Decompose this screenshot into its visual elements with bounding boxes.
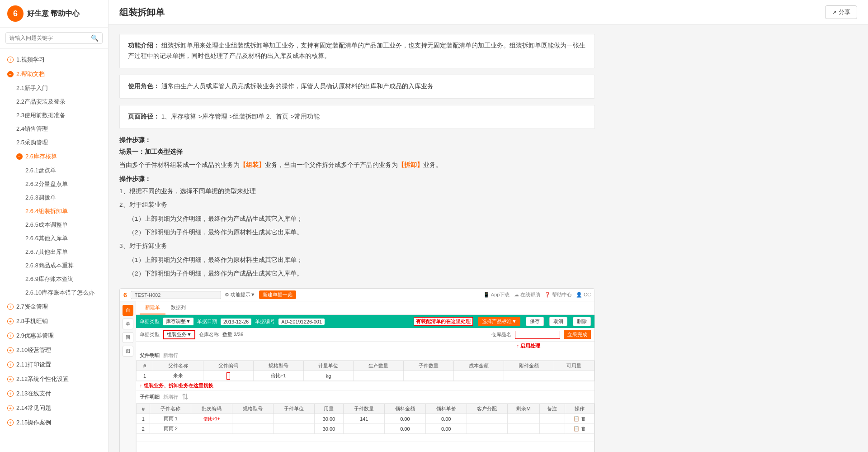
sidebar-item-28[interactable]: + 2.8手机旺铺 bbox=[0, 314, 108, 328]
step2-1: （1）上部明细为父件明细，最终作为产成品生成其它入库单； bbox=[119, 214, 595, 224]
sidebar-item-269[interactable]: 2.6.9库存账本查询 bbox=[0, 272, 108, 286]
td-c1-pick-amt: 0.00 bbox=[385, 414, 426, 424]
nav-icon3: 同 bbox=[123, 332, 133, 343]
th-c-qty: 子件数量 bbox=[344, 404, 385, 414]
sidebar-item-210[interactable]: + 2.10经营管理 bbox=[0, 343, 108, 357]
form-label-2: 仓库名称 bbox=[199, 331, 219, 338]
annotated-val: 倍比÷1+ bbox=[203, 416, 220, 421]
td-cost-amt bbox=[453, 371, 504, 381]
section-child-label: 子件明细 bbox=[140, 394, 160, 400]
td-c2-name: 雨雨 2 bbox=[150, 424, 191, 434]
td-c2-remark bbox=[539, 424, 565, 434]
new-doc-btn[interactable]: 新建单据一览 bbox=[259, 290, 296, 299]
form-label-1: 单据类型 bbox=[140, 331, 160, 338]
sidebar-item-214[interactable]: + 2.14常见问题 bbox=[0, 401, 108, 415]
save-btn[interactable]: 保存 bbox=[526, 317, 544, 326]
annotated-input[interactable] bbox=[226, 372, 230, 380]
parent-table-row: 1 米米 倍比÷1 kg bbox=[137, 371, 594, 381]
hb-type-value: 库存调整▼ bbox=[163, 318, 193, 325]
td-produce-qty bbox=[354, 371, 404, 381]
td-c2-spec bbox=[232, 424, 274, 434]
screenshot-form-area: 新建单 数据列 单据类型 库存调整▼ 单据日期 2019-12-26 单据编号 … bbox=[136, 301, 594, 452]
expand-icon: + bbox=[7, 405, 14, 411]
th-cost-amt: 成本金额 bbox=[453, 361, 504, 371]
section-child-sub: 新增行 bbox=[163, 394, 178, 400]
page-title: 组装拆卸单 bbox=[119, 6, 165, 19]
ops-steps-sub-label: 操作步骤： bbox=[119, 175, 595, 183]
sidebar-item-2610[interactable]: 2.6.10库存账本错了怎么办 bbox=[0, 286, 108, 300]
process-btn[interactable]: 立采完成 bbox=[564, 330, 591, 339]
delete-btn[interactable]: 删除 bbox=[573, 317, 591, 326]
sidebar-item-label: 2.10经营管理 bbox=[16, 346, 51, 354]
share-button[interactable]: ↗ 分享 bbox=[825, 5, 857, 19]
screenshot-parent-table: # 父件名称 父件编码 规格型号 计量单位 生产数量 子件数量 成本金额 附件金 bbox=[136, 361, 594, 381]
expand-icon: + bbox=[7, 376, 14, 382]
hb-date-value: 2019-12-26 bbox=[221, 319, 251, 325]
sidebar-item-264[interactable]: 2.6.4组装拆卸单 bbox=[0, 205, 108, 218]
sidebar-item-268[interactable]: 2.6.8商品成本重算 bbox=[0, 259, 108, 272]
sidebar-item-265[interactable]: 2.6.5成本调整单 bbox=[0, 218, 108, 232]
td-c1-name: 雨雨 1 bbox=[150, 414, 191, 424]
sidebar-item-22[interactable]: 2.2产品安装及登录 bbox=[0, 95, 108, 109]
role-label: 使用角色： bbox=[128, 83, 160, 90]
sidebar-item-docs[interactable]: − 2.帮助文档 bbox=[0, 67, 108, 81]
expand-icon: + bbox=[7, 347, 14, 353]
main-content: 组装拆卸单 ↗ 分享 功能介绍： 组装拆卸单用来处理企业组装或拆卸等加工业务，支… bbox=[108, 0, 868, 452]
sidebar-item-29[interactable]: + 2.9优惠券管理 bbox=[0, 328, 108, 343]
child-row-4 bbox=[137, 442, 594, 450]
sidebar-item-23[interactable]: 2.3使用前数据准备 bbox=[0, 109, 108, 122]
tab-new[interactable]: 新建单 bbox=[140, 301, 165, 314]
expand-icon: + bbox=[7, 318, 14, 324]
sidebar-item-212[interactable]: + 2.12系统个性化设置 bbox=[0, 372, 108, 386]
sidebar-item-label: 1.视频学习 bbox=[16, 56, 45, 64]
child-row-3 bbox=[137, 434, 594, 442]
td-spec: 倍比÷1 bbox=[253, 371, 303, 381]
sidebar-item-261[interactable]: 2.6.1盘点单 bbox=[0, 164, 108, 177]
th-seq: # bbox=[137, 361, 153, 371]
child-row-5 bbox=[137, 450, 594, 452]
logo-small: 6 bbox=[123, 291, 127, 299]
td-c2-seq: 2 bbox=[137, 424, 150, 434]
sidebar-item-267[interactable]: 2.6.7其他出库单 bbox=[0, 245, 108, 259]
search-input[interactable] bbox=[9, 35, 91, 41]
td-c2-unit bbox=[273, 424, 314, 434]
sidebar-item-24[interactable]: 2.4销售管理 bbox=[0, 122, 108, 136]
func-intro-text: 组装拆卸单用来处理企业组装或拆卸等加工业务，支持有固定装配清单的产品加工业务，也… bbox=[128, 42, 585, 59]
step3-2: （2）下部明细为子件明细，最终作为产成品生成其它入库单。 bbox=[119, 268, 595, 279]
sidebar-item-label: 2.7资金管理 bbox=[16, 303, 48, 311]
td-unit: kg bbox=[303, 371, 354, 381]
sidebar-item-215[interactable]: + 2.15操作案例 bbox=[0, 415, 108, 430]
sidebar-item-263[interactable]: 2.6.3调拨单 bbox=[0, 191, 108, 205]
sidebar-item-213[interactable]: + 2.13在线支付 bbox=[0, 386, 108, 401]
expand-icon: + bbox=[7, 390, 14, 397]
ops-heading: 操作步骤： bbox=[119, 136, 595, 144]
hb-date-label: 单据日期 bbox=[197, 318, 217, 325]
expand-icon: + bbox=[7, 304, 14, 310]
sidebar-item-211[interactable]: + 2.11打印设置 bbox=[0, 357, 108, 372]
warehouse-input[interactable] bbox=[515, 331, 560, 339]
sidebar-item-25[interactable]: 2.5采购管理 bbox=[0, 136, 108, 149]
expand-icon2[interactable]: ⇅ bbox=[182, 392, 189, 402]
tab-list[interactable]: 数据列 bbox=[165, 301, 191, 314]
sidebar-item-26[interactable]: − 2.6库存核算 bbox=[0, 149, 108, 164]
td-c1-use: 30.00 bbox=[314, 414, 344, 424]
cancel-btn[interactable]: 取消 bbox=[549, 317, 567, 326]
screenshot-container: 6 TEST-H002 ⚙ 功能提示▼ 新建单据一览 📱 App下载 ☁ 在线帮… bbox=[119, 288, 595, 452]
sidebar-item-266[interactable]: 2.6.6其他入库单 bbox=[0, 232, 108, 245]
screenshot-child-table: # 子件名称 批次编码 规格型号 子件单位 用量 子件数量 领料金额 领料单价 bbox=[136, 404, 594, 452]
select-product-btn[interactable]: 选择产品标准▼ bbox=[478, 317, 520, 326]
sidebar-item-video[interactable]: + 1.视频学习 bbox=[0, 52, 108, 67]
doc-type-switcher[interactable]: 组装业务▼ bbox=[163, 330, 195, 339]
collapse-icon: − bbox=[7, 71, 14, 77]
sidebar-item-27[interactable]: + 2.7资金管理 bbox=[0, 300, 108, 314]
sidebar-item-262[interactable]: 2.6.2分量盘点单 bbox=[0, 177, 108, 191]
search-icon[interactable]: 🔍 bbox=[91, 34, 99, 42]
nav-icon4: 图 bbox=[123, 346, 133, 357]
td-c2-pick-price: 0.00 bbox=[425, 424, 467, 434]
sidebar-item-21[interactable]: 2.1新手入门 bbox=[0, 81, 108, 95]
th-c-unit: 子件单位 bbox=[273, 404, 314, 414]
search-box[interactable]: 🔍 bbox=[5, 32, 103, 44]
screenshot-topbar: 6 TEST-H002 ⚙ 功能提示▼ 新建单据一览 📱 App下载 ☁ 在线帮… bbox=[120, 289, 594, 301]
th-c-cust: 客户分配 bbox=[467, 404, 508, 414]
section-child-header: 子件明细 新增行 ⇅ bbox=[136, 390, 594, 404]
